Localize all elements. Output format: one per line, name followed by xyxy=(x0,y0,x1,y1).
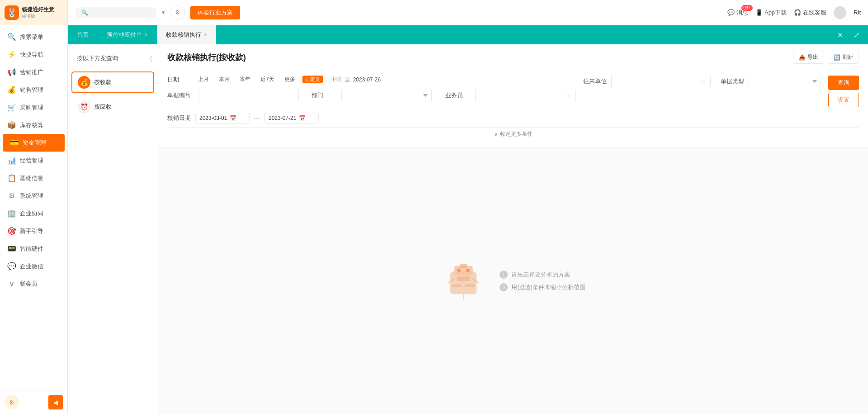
sidebar-item-marketing[interactable]: 📢 营销推广 xyxy=(0,63,67,81)
sidebar-item-member[interactable]: V 畅会员 xyxy=(0,275,67,292)
date-7days[interactable]: 近7天 xyxy=(257,75,278,84)
empty-illustration xyxy=(441,258,486,304)
writeoff-end-calendar-icon[interactable]: 📅 xyxy=(299,115,306,121)
refresh-btn[interactable]: 🔄 刷新 xyxy=(828,51,859,64)
logo-text: 畅捷通好生意 标准版 xyxy=(22,6,54,19)
sidebar-item-purchase[interactable]: 🛒 采购管理 xyxy=(0,99,67,116)
wechat-icon: 💬 xyxy=(7,262,16,271)
staff-input[interactable]: ··· xyxy=(475,89,576,102)
enterprise-icon: 🏢 xyxy=(7,209,16,218)
tab-home[interactable]: 首页 xyxy=(68,25,98,44)
doc-number-input[interactable] xyxy=(198,89,299,102)
content-area: 按以下方案查询 《 💰 按收款 ⏰ 按应收 收款核销执行(按收款) xyxy=(68,44,868,414)
search-menu-icon: 🔍 xyxy=(7,33,16,41)
date-to-label: 至 xyxy=(344,76,350,84)
sidebar-label-hardware: 智能硬件 xyxy=(20,245,43,253)
sidebar-label-system: 系统管理 xyxy=(20,192,43,200)
app-download-icon: 📱 xyxy=(755,9,763,16)
step1-text: 请先选择要分析的方案 xyxy=(511,271,570,279)
sidebar-item-guide[interactable]: 🎯 新手引导 xyxy=(0,222,67,240)
topbar-gear-btn[interactable]: ⚙ xyxy=(170,5,185,20)
sidebar-label-inventory: 库存核算 xyxy=(20,121,43,129)
settings-btn[interactable]: 设置 xyxy=(828,93,859,107)
marketing-icon: 📢 xyxy=(7,68,16,76)
counterpart-input[interactable]: ··· xyxy=(611,75,711,88)
filter-receipt-icon: 💰 xyxy=(78,76,90,89)
page-title-row: 收款核销执行(按收款) 📤 导出 🔄 刷新 xyxy=(167,51,859,68)
sidebar-label-finance: 资金管理 xyxy=(23,139,46,147)
sidebar-item-search-menu[interactable]: 🔍 搜索菜单 xyxy=(0,28,67,46)
page-actions: 📤 导出 🔄 刷新 xyxy=(793,51,859,64)
doc-type-label: 单据类型 xyxy=(721,77,744,86)
sidebar-label-member: 畅会员 xyxy=(20,280,38,288)
date-shortcuts: 上月 本月 本年 近7天 更多 自定义 xyxy=(194,75,323,84)
service-icon: 🎧 xyxy=(794,9,801,16)
sidebar-label-operation: 经营管理 xyxy=(20,157,43,165)
tab-prepay-close[interactable]: × xyxy=(145,32,148,38)
sidebar-item-sales[interactable]: 💰 销售管理 xyxy=(0,81,67,99)
message-icon: 💬 xyxy=(727,9,735,16)
date-this-year[interactable]: 本年 xyxy=(236,75,254,84)
sidebar-item-quick-nav[interactable]: ⚡ 快捷导航 xyxy=(0,46,67,63)
sidebar-settings-btn[interactable]: ⚙ xyxy=(5,395,19,409)
left-panel-collapse-btn[interactable]: 《 xyxy=(146,55,152,63)
dept-select[interactable] xyxy=(341,89,432,102)
filter-by-receipt[interactable]: 💰 按收款 xyxy=(71,71,154,93)
filter-receivable-label: 按应收 xyxy=(94,103,112,111)
filter-by-receivable[interactable]: ⏰ 按应收 xyxy=(71,96,154,118)
date-last-month[interactable]: 上月 xyxy=(194,75,212,84)
sidebar-item-system[interactable]: ⚙ 系统管理 xyxy=(0,187,67,205)
writeoff-date-label: 核销日期 xyxy=(167,114,191,122)
topbar-right: 💬 消息 99+ 📱 App下载 🎧 在线客服 Rit xyxy=(727,6,861,19)
export-btn[interactable]: 📤 导出 xyxy=(793,51,824,64)
doc-number-label: 单据编号 xyxy=(167,91,191,100)
staff-label: 业务员 xyxy=(445,91,468,100)
tabs-bar: 首页 预付冲应付单 × 收款核销执行 × ✕ ⤢ xyxy=(68,25,868,44)
query-btn[interactable]: 查询 xyxy=(828,76,859,90)
sidebar-label-enterprise: 企业协同 xyxy=(20,209,43,218)
tab-maximize-btn[interactable]: ⤢ xyxy=(850,29,863,41)
sidebar-collapse-btn[interactable]: ◀ xyxy=(48,395,63,409)
sidebar-label-sales: 销售管理 xyxy=(20,86,43,94)
sidebar-label-purchase: 采购管理 xyxy=(20,104,43,112)
solution-btn[interactable]: 体验行业方案 xyxy=(190,6,240,19)
online-service-btn[interactable]: 🎧 在线客服 xyxy=(794,9,826,17)
sidebar-label-wechat: 企业微信 xyxy=(20,262,43,271)
tab-writeoff-close[interactable]: × xyxy=(204,32,207,38)
user-name: Rit xyxy=(854,9,861,16)
tab-writeoff[interactable]: 收款核销执行 × xyxy=(157,25,216,44)
app-name: 畅捷通好生意 xyxy=(22,6,54,14)
sidebar-item-finance[interactable]: 💳 资金管理 xyxy=(3,134,65,152)
tab-prepay[interactable]: 预付冲应付单 × xyxy=(98,25,157,44)
staff-dots-icon[interactable]: ··· xyxy=(566,92,571,99)
counterpart-dots-icon[interactable]: ··· xyxy=(700,78,706,85)
filter-receipt-label: 按收款 xyxy=(94,78,112,86)
topbar-dropdown[interactable]: ▾ xyxy=(162,9,165,16)
writeoff-date-end-input[interactable]: 2023-07-21 📅 xyxy=(264,113,319,124)
logo-char: 🐰 xyxy=(7,8,17,18)
app-download-btn[interactable]: 📱 App下载 xyxy=(755,9,787,17)
writeoff-date-start-input[interactable]: 2023-03-01 📅 xyxy=(195,113,250,124)
filter-receivable-icon: ⏰ xyxy=(78,100,90,113)
sidebar-item-operation[interactable]: 📊 经营管理 xyxy=(0,152,67,169)
sidebar-item-enterprise[interactable]: 🏢 企业协同 xyxy=(0,205,67,222)
message-btn[interactable]: 💬 消息 99+ xyxy=(727,9,748,17)
sidebar-item-hardware[interactable]: 📟 智能硬件 xyxy=(0,240,67,257)
writeoff-start-calendar-icon[interactable]: 📅 xyxy=(230,115,236,121)
doc-type-select[interactable] xyxy=(749,75,821,88)
app-edition: 标准版 xyxy=(22,13,54,19)
date-more[interactable]: 更多 xyxy=(281,75,299,84)
export-icon: 📤 xyxy=(799,54,806,61)
export-label: 导出 xyxy=(807,53,818,61)
sidebar-item-wechat[interactable]: 💬 企业微信 xyxy=(0,257,67,275)
collapse-more-btn[interactable]: ∧ 收起更多条件 xyxy=(167,127,859,141)
topbar-search[interactable]: 🔍 xyxy=(75,7,156,18)
sidebar-label-quick-nav: 快捷导航 xyxy=(20,51,43,59)
svg-rect-7 xyxy=(466,284,475,287)
tab-close-btn[interactable]: ✕ xyxy=(834,29,846,41)
date-this-month[interactable]: 本月 xyxy=(215,75,233,84)
member-icon: V xyxy=(7,281,16,287)
sidebar-item-basic-info[interactable]: 📋 基础信息 xyxy=(0,169,67,187)
sidebar-item-inventory[interactable]: 📦 库存核算 xyxy=(0,116,67,134)
empty-step1: 1 请先选择要分析的方案 xyxy=(500,271,585,279)
